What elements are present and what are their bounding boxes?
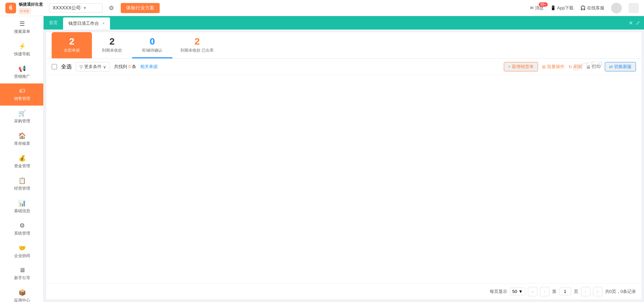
- stat-tab-overdue[interactable]: 2 到期未收款: [92, 32, 132, 58]
- user-menu[interactable]: [629, 3, 639, 13]
- tab-current[interactable]: 钱货日清工作台 ×: [63, 17, 110, 29]
- logo-icon: 6: [5, 3, 16, 13]
- logo-badge: 标准版: [19, 8, 31, 14]
- select-all-checkbox[interactable]: [52, 64, 57, 69]
- next-page-btn[interactable]: ›: [581, 287, 590, 296]
- sidebar-label-system: 系统管理: [14, 231, 30, 236]
- filter-icon: ▽: [79, 64, 83, 69]
- logo-text-block: 畅捷通好生意 标准版: [19, 2, 43, 14]
- search-menu-icon: ☰: [19, 20, 25, 27]
- pagination: 每页显示 50 ▼ « ‹ 第 页 › »: [46, 283, 641, 299]
- sidebar-item-guide[interactable]: 🖥 新手引导: [0, 263, 43, 285]
- enterprise-icon: 🤝: [18, 244, 26, 252]
- sidebar-label-enterprise: 企业协同: [14, 253, 30, 259]
- tab-home[interactable]: 首页: [44, 16, 63, 29]
- sidebar: ☰ 搜索菜单 ⚡ 快捷导航 📢 营销推广 🏷 销售管理 🛒 采购管理 🏠 库存核…: [0, 16, 44, 302]
- header: 6 畅捷通好生意 标准版 XXXXXX公司 ▼ ⚙ 体验行业方案 ✉ 消息 99…: [0, 0, 644, 16]
- first-page-icon: «: [531, 289, 534, 294]
- batch-operation-button[interactable]: ⊞ 批量操作: [542, 64, 565, 70]
- sidebar-label-sales: 销售管理: [14, 96, 30, 102]
- prev-page-btn[interactable]: ‹: [540, 287, 549, 296]
- inventory-icon: 🏠: [18, 132, 26, 139]
- sidebar-label-basic-info: 基础信息: [14, 208, 30, 214]
- switch-version-button[interactable]: ⇄ 切换新版: [605, 62, 636, 71]
- service-label: 在线客服: [587, 5, 604, 11]
- basic-info-icon: 📊: [18, 199, 26, 207]
- page-size-label: 每页显示: [490, 289, 507, 295]
- last-page-icon: »: [596, 289, 599, 294]
- stat-tab-pending[interactable]: 0 旺铺待确认: [132, 32, 172, 58]
- prev-page-icon: ‹: [544, 289, 545, 294]
- found-text: 共找到 0 条: [114, 64, 136, 70]
- message-icon: ✉: [530, 5, 534, 10]
- page-size-select[interactable]: 50 ▼: [510, 288, 525, 295]
- sidebar-label-finance: 资金管理: [14, 163, 30, 169]
- related-link[interactable]: 相关单据: [140, 64, 158, 70]
- sales-icon: 🏷: [19, 87, 25, 95]
- found-suffix: 条: [132, 64, 136, 69]
- sidebar-item-enterprise[interactable]: 🤝 企业协同: [0, 240, 43, 263]
- tab-close-icon[interactable]: ×: [102, 21, 105, 26]
- stat-tab-all[interactable]: 2 全部单据: [52, 32, 92, 58]
- settings-icon[interactable]: ⚙: [106, 3, 117, 13]
- refresh-label: 刷新: [574, 64, 582, 70]
- app-download-item[interactable]: 📱 App下载: [550, 5, 574, 11]
- main-area: 首页 钱货日清工作台 × ✕ ⤢ 2 全部单据 2 到期未收款: [44, 16, 644, 302]
- tab-current-label: 钱货日清工作台: [68, 20, 99, 26]
- company-selector[interactable]: XXXXXX公司 ▼: [49, 3, 103, 13]
- table-body: [46, 75, 641, 283]
- layout: ☰ 搜索菜单 ⚡ 快捷导航 📢 营销推广 🏷 销售管理 🛒 采购管理 🏠 库存核…: [0, 16, 644, 302]
- add-sales-order-button[interactable]: + 新增销货单: [504, 62, 538, 71]
- tab-bar-right: ✕ ⤢: [629, 20, 644, 26]
- sidebar-label-purchase: 采购管理: [14, 118, 30, 124]
- sidebar-label-operation: 经营管理: [14, 186, 30, 191]
- sidebar-item-operation[interactable]: 📋 经营管理: [0, 173, 43, 195]
- page-size-arrow: ▼: [519, 289, 523, 294]
- filter-button[interactable]: ▽ 更多条件 ∨: [76, 62, 110, 71]
- stat-num-pending: 0: [150, 36, 155, 47]
- last-page-btn[interactable]: »: [593, 287, 602, 296]
- sidebar-item-sales[interactable]: 🏷 销售管理: [0, 83, 43, 106]
- operation-icon: 📋: [18, 177, 26, 184]
- print-icon: 🖨: [586, 64, 591, 69]
- filter-arrow: ∨: [103, 64, 106, 69]
- sidebar-item-finance[interactable]: 💰 资金管理: [0, 150, 43, 173]
- page-suffix-label: 页: [574, 289, 578, 295]
- page-number-input[interactable]: [559, 288, 571, 295]
- window-expand-btn[interactable]: ⤢: [636, 20, 640, 26]
- trial-button[interactable]: 体验行业方案: [121, 3, 160, 13]
- app-icon: 📱: [550, 5, 556, 10]
- header-right: ✉ 消息 99+ 📱 App下载 🎧 在线客服: [530, 3, 639, 13]
- sidebar-item-app-center[interactable]: 📦 应用中心: [0, 285, 43, 302]
- first-page-btn[interactable]: «: [528, 287, 537, 296]
- stat-tab-overdue-out[interactable]: 2 到期未收款 已出库: [172, 32, 222, 58]
- tab-bar: 首页 钱货日清工作台 × ✕ ⤢: [44, 16, 644, 29]
- sidebar-label-marketing: 营销推广: [14, 74, 30, 79]
- service-item[interactable]: 🎧 在线客服: [580, 5, 604, 11]
- print-label: 打印: [592, 64, 601, 70]
- content-card: 2 全部单据 2 到期未收款 0 旺铺待确认 2 到期未收款 已出库: [46, 32, 641, 299]
- sidebar-item-search-menu[interactable]: ☰ 搜索菜单: [0, 16, 43, 39]
- sidebar-item-inventory[interactable]: 🏠 库存核算: [0, 128, 43, 150]
- sidebar-label-guide: 新手引导: [14, 275, 30, 281]
- switch-label: 切换新版: [614, 64, 632, 70]
- sidebar-item-purchase[interactable]: 🛒 采购管理: [0, 106, 43, 128]
- user-avatar[interactable]: [611, 3, 622, 13]
- batch-label: 批量操作: [547, 64, 565, 70]
- message-item[interactable]: ✉ 消息 99+: [530, 5, 544, 11]
- sidebar-item-system[interactable]: ⚙ 系统管理: [0, 218, 43, 240]
- sidebar-item-marketing[interactable]: 📢 营销推广: [0, 61, 43, 83]
- refresh-button[interactable]: ↻ 刷新: [569, 64, 582, 70]
- switch-icon: ⇄: [609, 64, 613, 69]
- filter-label: 更多条件: [84, 64, 102, 70]
- company-name: XXXXXX公司: [53, 5, 81, 11]
- window-close-btn[interactable]: ✕: [629, 20, 633, 26]
- sidebar-label-search-menu: 搜索菜单: [14, 29, 30, 35]
- sidebar-item-basic-info[interactable]: 📊 基础信息: [0, 195, 43, 218]
- toolbar: 全选 ▽ 更多条件 ∨ 共找到 0 条 相关单据 + 新增销货单 ⊞ 批量操作: [46, 59, 641, 75]
- sidebar-label-inventory: 库存核算: [14, 141, 30, 146]
- next-page-icon: ›: [585, 289, 586, 294]
- sidebar-item-quick-nav[interactable]: ⚡ 快捷导航: [0, 39, 43, 61]
- refresh-icon: ↻: [569, 64, 572, 69]
- print-button[interactable]: 🖨 打印: [586, 64, 601, 70]
